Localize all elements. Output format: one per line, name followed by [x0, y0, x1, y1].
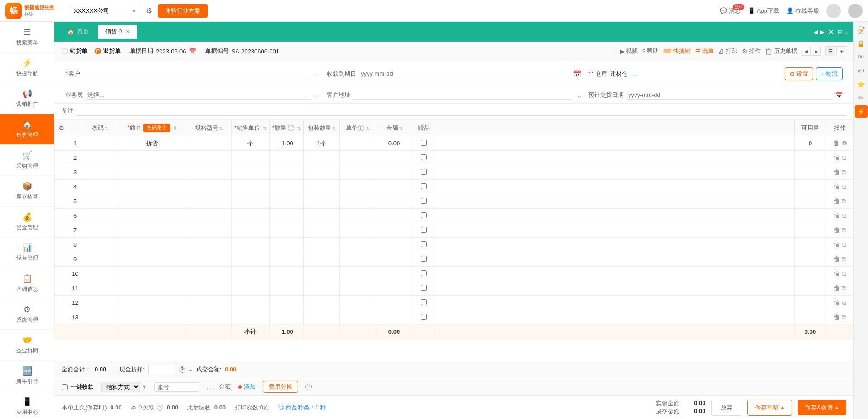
date-calendar-icon[interactable]: 📅 [189, 48, 196, 55]
copy-icon[interactable]: ⧉ [842, 313, 846, 321]
sidebar-item-quick-nav[interactable]: ⚡ 快捷导航 [0, 53, 54, 83]
warehouse-ellipsis[interactable]: ... [632, 71, 637, 77]
row-1-pkgqty[interactable]: 1个 [304, 136, 340, 151]
copy-icon[interactable]: ⧉ [842, 197, 846, 205]
copy-icon[interactable]: ⧉ [842, 226, 846, 234]
copy-icon[interactable]: ⧉ [842, 183, 846, 190]
radio-return-order[interactable]: 退货单 [95, 47, 121, 55]
rs-icon-eye[interactable]: 👁 [855, 51, 868, 63]
add-label[interactable]: 添加 [244, 383, 256, 391]
sidebar-item-operations[interactable]: 📊 经营管理 [0, 237, 54, 268]
delete-icon[interactable]: 🗑 [834, 169, 840, 176]
online-service-button[interactable]: 👤 在线客服 [786, 7, 819, 15]
copy-icon[interactable]: ⧉ [842, 212, 846, 219]
delete-icon[interactable]: 🗑 [834, 270, 840, 277]
delete-icon[interactable]: 🗑 [834, 212, 840, 219]
addr-ellipsis[interactable]: ... [576, 92, 581, 99]
row-1-amount[interactable]: 0.00 [376, 136, 412, 151]
sidebar-item-sales[interactable]: 🏠 销售管理 [0, 114, 54, 145]
sidebar-item-purchase[interactable]: 🛒 采购管理 [0, 145, 54, 176]
delete-icon[interactable]: 🗑 [834, 183, 840, 190]
row-1-product[interactable]: 拆货 [118, 136, 186, 151]
history-btn[interactable]: 📋 历史单据 [765, 47, 797, 55]
th-settings[interactable]: ⚙ [55, 120, 68, 136]
one-click-pay-check[interactable] [62, 384, 68, 390]
delete-icon[interactable]: 🗑 [834, 313, 840, 321]
sidebar-item-basic[interactable]: 📋 基础信息 [0, 268, 54, 299]
grid-view-icon[interactable]: ⊞ [838, 29, 843, 35]
save-draft-button[interactable]: 保存草稿 ▲ [747, 400, 793, 416]
sidebar-item-search[interactable]: ☰ 搜索菜单 [0, 22, 54, 53]
grid-view-btn[interactable]: ⊞ [836, 46, 846, 56]
company-select[interactable]: XXXXXX公司 ▼ [69, 5, 141, 17]
rs-icon-edit[interactable]: ✏ [855, 92, 868, 104]
delete-icon[interactable]: 🗑 [834, 299, 840, 306]
expected-date-input[interactable] [626, 91, 832, 100]
delete-icon[interactable]: 🗑 [834, 241, 840, 248]
shortcut-btn[interactable]: ⌨ 快捷键 [663, 47, 691, 55]
sidebar-item-inventory[interactable]: 📦 库存核算 [0, 176, 54, 207]
sidebar-item-marketing[interactable]: 📢 营销推广 [0, 83, 54, 114]
row-1-gift-check[interactable] [421, 140, 427, 146]
salesperson-input[interactable] [86, 91, 310, 100]
delete-icon[interactable]: 🗑 [834, 154, 840, 161]
help-btn[interactable]: ? 帮助 [642, 47, 659, 55]
copy-icon-row-1[interactable]: ⧉ [842, 140, 847, 147]
trial-button[interactable]: 体验行业方案 [158, 4, 208, 18]
settle-method-select[interactable]: 结算方式 [101, 382, 140, 392]
product-types[interactable]: ◎ 商品种类：1 种 [278, 404, 326, 412]
row-1-price[interactable] [340, 136, 376, 151]
expected-date-calendar-icon[interactable]: 📅 [835, 92, 843, 99]
list-view-btn[interactable]: ☰ [825, 46, 835, 56]
rs-icon-orange[interactable]: ⚡ [855, 105, 868, 118]
tab-close-icon[interactable]: ✕ [126, 29, 130, 35]
next-page-btn[interactable]: ▶ [812, 47, 821, 56]
delete-icon-row-1[interactable]: 🗑 [833, 140, 839, 147]
discard-button[interactable]: 放弃 [711, 400, 742, 416]
rs-icon-star[interactable]: ⭐ [855, 78, 868, 91]
due-date-input[interactable] [359, 69, 571, 78]
order-settings-button[interactable]: ⚙ 设置 [785, 67, 813, 80]
print-btn[interactable]: 🖨 打印 [718, 47, 737, 55]
delete-icon[interactable]: 🗑 [834, 284, 840, 292]
customer-input[interactable] [83, 69, 310, 78]
table-scroll[interactable]: ⚙ 条码⇅ 商品 扫码录入 ⇅ [54, 120, 853, 361]
logistics-button[interactable]: + 物流 [816, 67, 843, 80]
rs-icon-note[interactable]: 📝 [855, 24, 868, 36]
video-btn[interactable]: ▶ 视频 [620, 47, 638, 55]
row-1-gift[interactable] [412, 136, 435, 151]
copy-icon[interactable]: ⧉ [842, 299, 846, 306]
avatar[interactable] [826, 4, 841, 18]
settings-gear-button[interactable]: ⚙ [146, 6, 152, 15]
copy-icon[interactable]: ⧉ [842, 255, 846, 263]
app-download-button[interactable]: 📱 App下载 [748, 7, 779, 15]
discount-input[interactable] [148, 365, 175, 374]
salesperson-ellipsis[interactable]: ... [315, 92, 320, 99]
sidebar-item-system[interactable]: ⚙ 系统管理 [0, 299, 54, 330]
sidebar-item-appstore[interactable]: 📱 应用中心 [0, 391, 54, 419]
customer-addr-input[interactable] [353, 91, 572, 100]
delete-icon[interactable]: 🗑 [834, 197, 840, 205]
ellipsis-btn[interactable]: ... [207, 384, 212, 390]
select-btn[interactable]: ☰ 选单 [695, 47, 714, 55]
sidebar-item-guide[interactable]: 🆕 新手引导 [0, 361, 54, 391]
sidebar-item-enterprise[interactable]: 🤝 企业协同 [0, 330, 54, 361]
rs-icon-tag[interactable]: 🏷 [855, 64, 868, 77]
scan-button[interactable]: 扫码录入 [143, 124, 170, 132]
tab-nav-prev[interactable]: ◀ [814, 29, 818, 35]
row-1-qty[interactable]: -1.00 [269, 136, 303, 151]
avatar2[interactable] [848, 4, 863, 18]
remarks-input[interactable] [76, 106, 846, 116]
rs-icon-lock[interactable]: 🔒 [855, 37, 868, 50]
sidebar-item-finance[interactable]: 💰 资金管理 [0, 207, 54, 237]
tab-home[interactable]: 🏠 首页 [60, 25, 96, 39]
list-view-icon[interactable]: ≡ [844, 29, 848, 35]
message-button[interactable]: 💬 消息 99+ [720, 7, 741, 15]
customer-ellipsis[interactable]: ... [315, 71, 320, 77]
prev-page-btn[interactable]: ◀ [802, 47, 811, 56]
operation-btn[interactable]: ⚙ 操作 [742, 47, 761, 55]
due-date-calendar-icon[interactable]: 📅 [573, 70, 581, 77]
close-all-icon[interactable]: ✕ [828, 28, 834, 36]
copy-icon[interactable]: ⧉ [842, 270, 846, 277]
radio-sales-order[interactable]: 销货单 [62, 47, 87, 55]
